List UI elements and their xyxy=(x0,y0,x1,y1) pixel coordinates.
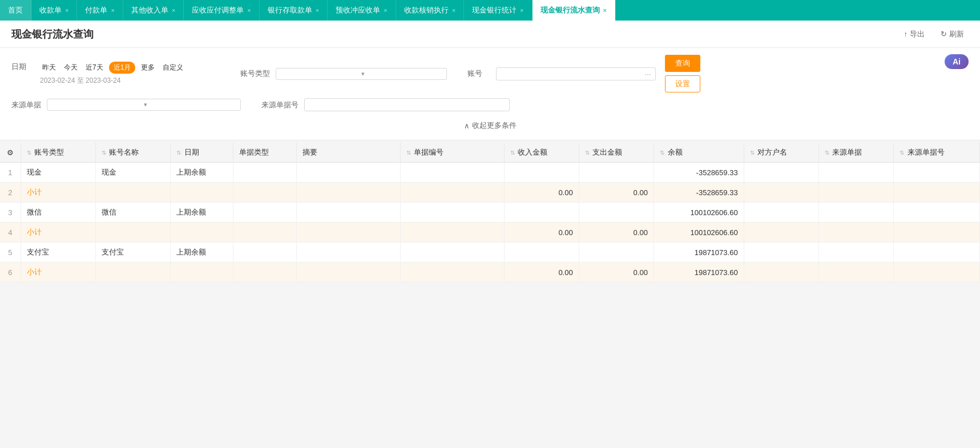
account-label: 账号 xyxy=(467,68,490,79)
nav-bank-deposit[interactable]: 银行存取款单 × xyxy=(260,0,328,21)
account-name-cell xyxy=(95,183,170,203)
close-icon[interactable]: × xyxy=(247,7,251,14)
source-doc-cell xyxy=(818,223,893,243)
nav-pre-receipt[interactable]: 预收冲应收单 × xyxy=(328,0,396,21)
doc-no-cell xyxy=(400,203,504,223)
close-icon[interactable]: × xyxy=(316,7,319,14)
doc-type-cell xyxy=(233,183,297,203)
th-counterparty[interactable]: ⇅ 对方户名 xyxy=(744,143,818,163)
th-income[interactable]: ⇅ 收入金额 xyxy=(504,143,579,163)
close-icon[interactable]: × xyxy=(65,7,68,14)
summary-cell xyxy=(297,203,401,223)
source-doc-no-cell xyxy=(894,223,980,243)
query-button[interactable]: 查询 xyxy=(665,55,700,72)
sort-icon: ⇅ xyxy=(585,150,590,156)
filter-row-1: 日期 昨天 今天 近7天 近1月 更多 自定义 2023-02-24 至 202… xyxy=(11,55,969,92)
income-cell: 0.00 xyxy=(504,263,579,282)
account-type-cell: 小计 xyxy=(21,183,95,203)
source-doc-num-input[interactable] xyxy=(304,98,510,111)
income-cell xyxy=(504,203,579,223)
th-expense[interactable]: ⇅ 支出金额 xyxy=(579,143,654,163)
refresh-button[interactable]: ↻ 刷新 xyxy=(936,27,969,42)
account-name-cell: 支付宝 xyxy=(95,243,170,263)
account-type-label: 账号类型 xyxy=(240,68,270,79)
nav-receipts[interactable]: 收款单 × xyxy=(31,0,77,21)
nav-home[interactable]: 首页 xyxy=(0,0,31,21)
date-cell xyxy=(170,263,233,282)
counterparty-cell xyxy=(744,203,818,223)
date-custom[interactable]: 自定义 xyxy=(160,62,185,74)
th-source-doc[interactable]: ⇅ 来源单据 xyxy=(818,143,893,163)
nav-receipt-exec[interactable]: 收款核销执行 × xyxy=(396,0,464,21)
date-cell xyxy=(170,223,233,243)
account-text-input[interactable] xyxy=(501,70,644,78)
sort-icon: ⇅ xyxy=(102,150,106,156)
nav-cash-flow[interactable]: 现金银行流水查询 × xyxy=(533,0,615,21)
th-balance[interactable]: ⇅ 余额 xyxy=(654,143,744,163)
account-type-select[interactable]: ▾ xyxy=(276,68,447,80)
close-icon[interactable]: × xyxy=(111,7,114,14)
counterparty-cell xyxy=(744,243,818,263)
summary-cell xyxy=(297,243,401,263)
close-icon[interactable]: × xyxy=(172,7,175,14)
ai-button[interactable]: Ai xyxy=(945,54,969,69)
date-1month[interactable]: 近1月 xyxy=(109,62,136,74)
counterparty-cell xyxy=(744,183,818,203)
account-name-cell: 微信 xyxy=(95,203,170,223)
date-more[interactable]: 更多 xyxy=(139,62,157,74)
date-cell: 上期余额 xyxy=(170,163,233,183)
close-icon[interactable]: × xyxy=(384,7,387,14)
account-name-cell xyxy=(95,223,170,243)
date-7days[interactable]: 近7天 xyxy=(83,62,106,74)
nav-cash-stats[interactable]: 现金银行统计 × xyxy=(464,0,532,21)
th-account-type[interactable]: ⇅ 账号类型 xyxy=(21,143,95,163)
date-today[interactable]: 今天 xyxy=(62,62,80,74)
source-doc-no-cell xyxy=(894,203,980,223)
balance-cell: 19871073.60 xyxy=(654,243,744,263)
close-icon[interactable]: × xyxy=(520,7,523,14)
th-account-name[interactable]: ⇅ 账号名称 xyxy=(95,143,170,163)
source-doc-no-cell xyxy=(894,183,980,203)
income-cell xyxy=(504,243,579,263)
nav-payments[interactable]: 付款单 × xyxy=(77,0,123,21)
row-num: 2 xyxy=(0,183,21,203)
account-type-cell: 小计 xyxy=(21,263,95,282)
doc-no-cell xyxy=(400,223,504,243)
counterparty-cell xyxy=(744,263,818,282)
close-icon[interactable]: × xyxy=(452,7,455,14)
collapse-bar[interactable]: ∧ 收起更多条件 xyxy=(11,117,969,133)
source-doc-cell xyxy=(818,163,893,183)
close-icon[interactable]: × xyxy=(603,7,607,14)
more-options-icon[interactable]: ··· xyxy=(645,70,651,78)
nav-other-income[interactable]: 其他收入单 × xyxy=(123,0,184,21)
doc-type-cell xyxy=(233,203,297,223)
source-doc-select[interactable]: ▾ xyxy=(47,99,241,111)
export-icon: ↑ xyxy=(904,30,908,38)
source-doc-num-label: 来源单据号 xyxy=(261,100,299,110)
sort-icon: ⇅ xyxy=(27,150,31,156)
expense-cell xyxy=(579,243,654,263)
th-settings[interactable]: ⚙ xyxy=(0,143,21,163)
table-row-subtotal: 4 小计 0.00 0.00 100102606.60 xyxy=(0,223,980,243)
table-row-subtotal: 6 小计 0.00 0.00 19871073.60 xyxy=(0,263,980,282)
balance-cell: -3528659.33 xyxy=(654,183,744,203)
summary-cell xyxy=(297,183,401,203)
doc-type-cell xyxy=(233,163,297,183)
expense-cell xyxy=(579,163,654,183)
table-row: 1 现金 现金 上期余额 -3528659.33 xyxy=(0,163,980,183)
th-doc-type[interactable]: 单据类型 xyxy=(233,143,297,163)
settings-button[interactable]: 设置 xyxy=(665,75,700,92)
th-source-doc-no[interactable]: ⇅ 来源单据号 xyxy=(894,143,980,163)
settings-icon[interactable]: ⚙ xyxy=(7,148,14,157)
source-doc-cell xyxy=(818,243,893,263)
date-cell: 上期余额 xyxy=(170,203,233,223)
account-input[interactable]: ··· xyxy=(496,67,656,80)
export-button[interactable]: ↑ 导出 xyxy=(900,27,930,42)
th-doc-no[interactable]: ⇅ 单据编号 xyxy=(400,143,504,163)
date-yesterday[interactable]: 昨天 xyxy=(40,62,58,74)
source-doc-num-text-input[interactable] xyxy=(309,100,505,109)
th-date[interactable]: ⇅ 日期 xyxy=(170,143,233,163)
th-summary[interactable]: 摘要 xyxy=(297,143,401,163)
sort-icon: ⇅ xyxy=(750,150,755,156)
nav-adjustments[interactable]: 应收应付调整单 × xyxy=(184,0,259,21)
